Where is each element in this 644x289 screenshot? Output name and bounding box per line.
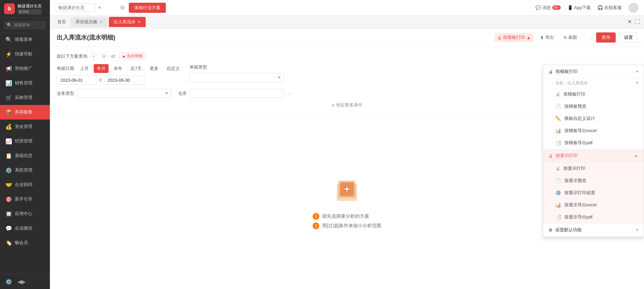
nav-icon-member: 🏷️ bbox=[5, 240, 11, 246]
warehouse-input[interactable] bbox=[189, 89, 284, 98]
sidebar-search-btn[interactable]: 🔍 搜索菜单 bbox=[4, 21, 46, 29]
date-range-end-input[interactable] bbox=[104, 76, 144, 85]
date-range-start-input[interactable] bbox=[57, 76, 97, 85]
template-print-header[interactable]: 🖨 按模板打印 ▾ bbox=[543, 65, 644, 78]
template-custom-icon: ✏️ bbox=[555, 116, 561, 121]
nav-icon-operation: 📈 bbox=[5, 138, 11, 144]
app-download-item[interactable]: 📱 App下载 bbox=[567, 5, 591, 11]
topbar-brand: ▾ bbox=[55, 3, 116, 12]
nav-icon-basic: 📋 bbox=[5, 153, 11, 159]
collapse-sidebar-icon[interactable]: ◀▶ bbox=[18, 279, 26, 285]
settings-icon[interactable]: ⚙️ bbox=[5, 279, 12, 285]
query-btn[interactable]: 查询 bbox=[596, 32, 616, 43]
tab-inout-flow[interactable]: 出入库流水 ✕ bbox=[109, 17, 146, 27]
sidebar-item-sales[interactable]: 📊销售管理 bbox=[0, 76, 50, 90]
filter-collapse-icon[interactable]: ≪ bbox=[110, 53, 116, 59]
tab-close-all-icon[interactable]: ✕ bbox=[627, 19, 632, 25]
display-excel-icon: 📊 bbox=[555, 202, 561, 208]
sidebar-item-marketing[interactable]: 📢营销推广 bbox=[0, 61, 50, 76]
sidebar-item-inventory[interactable]: 📦库存核算 bbox=[0, 105, 50, 120]
settings-btn[interactable]: 设置 bbox=[620, 32, 637, 43]
sidebar-item-search[interactable]: 🔍搜索菜单 bbox=[0, 32, 50, 47]
topbar-settings-icon[interactable]: ⚙ bbox=[120, 4, 125, 11]
display-print-header[interactable]: 🖨 按显示打印 ▲ bbox=[543, 149, 644, 162]
template-export-pdf-item[interactable]: 📑 按模板导出pdf bbox=[543, 137, 644, 149]
export-btn[interactable]: ⬆ 导出 bbox=[537, 33, 557, 42]
display-print-settings-item[interactable]: ⚙️ 按显示打印设置 bbox=[543, 187, 644, 199]
headset-icon: 🎧 bbox=[597, 5, 603, 10]
set-default-header[interactable]: ⚙ 设置默认功能 ▾ bbox=[543, 224, 644, 237]
tab-inventory-batch-close[interactable]: ✕ bbox=[99, 20, 103, 24]
date-range: 至 bbox=[57, 76, 144, 85]
date-this-month-btn[interactable]: 本月 bbox=[94, 64, 109, 73]
sidebar-item-system[interactable]: ⚙️系统管理 bbox=[0, 163, 50, 178]
display-preview-label: 按显示预览 bbox=[564, 178, 586, 184]
messages-item[interactable]: 💬 消息 99+ bbox=[535, 5, 561, 11]
business-type-select[interactable] bbox=[77, 89, 171, 98]
date-this-year-btn[interactable]: 本年 bbox=[111, 64, 125, 73]
set-default-label: 设置默认功能 bbox=[555, 227, 582, 233]
flow-detail-tag-icon: ● bbox=[122, 54, 125, 59]
set-default-section: ⚙ 设置默认功能 ▾ bbox=[543, 224, 644, 237]
display-print-label: 按显示打印 bbox=[563, 165, 585, 172]
user-avatar[interactable] bbox=[628, 3, 639, 13]
brand-input[interactable] bbox=[55, 3, 96, 12]
display-print-settings-label: 按显示打印设置 bbox=[564, 190, 595, 196]
date-custom-btn[interactable]: 自定义 bbox=[164, 64, 183, 73]
tab-home[interactable]: 首页 bbox=[54, 17, 69, 27]
nav-label-marketing: 营销推广 bbox=[15, 65, 32, 72]
edition-tag: 标准版 bbox=[18, 9, 42, 15]
display-export-excel-item[interactable]: 📊 按显示导出excel bbox=[543, 199, 644, 211]
nav-icon-purchase: 🛒 bbox=[5, 95, 11, 101]
sidebar-item-basic[interactable]: 📋基础信息 bbox=[0, 149, 50, 163]
sidebar-item-finance[interactable]: 💰资金管理 bbox=[0, 120, 50, 134]
date-last7days-btn[interactable]: 近7天 bbox=[127, 64, 145, 73]
nav-icon-system: ⚙️ bbox=[5, 167, 11, 174]
sidebar-item-operation[interactable]: 📈经营管理 bbox=[0, 134, 50, 149]
filter-add-btn[interactable]: ＋ bbox=[90, 53, 97, 60]
tab-inventory-batch-label: 库存批次账 bbox=[76, 19, 97, 25]
date-more-btn[interactable]: 更多 bbox=[147, 64, 162, 73]
nav-icon-marketing: 📢 bbox=[5, 65, 11, 72]
template-print-item[interactable]: 🖨 按模板打印 bbox=[543, 88, 644, 100]
sidebar-item-collab[interactable]: 🤝企业协同 bbox=[0, 178, 50, 192]
sidebar-item-guide[interactable]: 🎯新手引导 bbox=[0, 192, 50, 207]
more-icon[interactable]: ··· bbox=[588, 35, 592, 40]
sidebar-item-member[interactable]: 🏷️畅会员 bbox=[0, 236, 50, 250]
date-last-month-btn[interactable]: 上月 bbox=[77, 64, 92, 73]
trial-button[interactable]: 体验行业方案 bbox=[129, 3, 166, 13]
nav-icon-inventory: 📦 bbox=[5, 109, 11, 115]
tab-inventory-batch[interactable]: 库存批次账 ✕ bbox=[71, 17, 108, 27]
filter-settings-btn[interactable]: ⚙ bbox=[100, 53, 108, 60]
sidebar-item-appstore[interactable]: 🔲应用中心 bbox=[0, 207, 50, 221]
page-header: 出入库流水(流水明细) 🖨 按模板打印 ▲ ⬆ 导出 ↻ 刷新 ··· 查询 bbox=[50, 28, 644, 47]
doc-type-select[interactable] bbox=[189, 73, 284, 82]
sidebar-item-shortcut[interactable]: ⚡快捷导航 bbox=[0, 47, 50, 61]
empty-steps: 1 请先选择要分析的方案 2 用[过滤]条件来缩小分析范围 bbox=[313, 213, 381, 229]
doc-type-filter-field: 单据类型 bbox=[189, 64, 284, 82]
tab-maximize-icon[interactable]: ⛶ bbox=[635, 19, 640, 25]
display-print-section: 🖨 按显示打印 ▲ 🖨 按显示打印 📄 按显示预览 ⚙️ 按显示打印设置 bbox=[543, 149, 644, 224]
nav-label-shortcut: 快捷导航 bbox=[15, 51, 32, 57]
template-export-excel-item[interactable]: 📊 按模板导出excel bbox=[543, 125, 644, 137]
template-custom-item[interactable]: ✏️ 模板自定义设计 bbox=[543, 112, 644, 125]
online-service-item[interactable]: 🎧 在线客服 bbox=[597, 5, 622, 11]
warehouse-more-btn[interactable]: ··· bbox=[288, 91, 292, 96]
tab-inout-flow-close[interactable]: ✕ bbox=[138, 20, 141, 24]
date-quick-btns: 上月 本月 本年 近7天 更多 自定义 bbox=[77, 64, 183, 73]
print-template-btn[interactable]: 🖨 按模板打印 ▲ bbox=[495, 33, 533, 42]
sidebar-item-weixin[interactable]: 💬企业微信 bbox=[0, 221, 50, 236]
sidebar-item-purchase[interactable]: 🛒采购管理 bbox=[0, 90, 50, 105]
brand-dropdown-icon[interactable]: ▾ bbox=[98, 5, 101, 10]
page-title: 出入库流水(流水明细) bbox=[57, 33, 115, 42]
display-export-pdf-item[interactable]: 📑 按显示导出pdf bbox=[543, 211, 644, 223]
refresh-btn[interactable]: ↻ 刷新 bbox=[561, 33, 580, 42]
display-print-header-label: 按显示打印 bbox=[556, 153, 578, 159]
empty-step-2: 2 用[过滤]条件来缩小分析范围 bbox=[313, 222, 381, 229]
business-type-filter-field: 业务类型 bbox=[57, 89, 171, 98]
display-print-item[interactable]: 🖨 按显示打印 bbox=[543, 162, 644, 175]
sidebar-bottom: ⚙️ ◀▶ bbox=[0, 274, 50, 289]
template-pdf-icon: 📑 bbox=[555, 140, 561, 146]
display-preview-item[interactable]: 📄 按显示预览 bbox=[543, 175, 644, 187]
template-preview-item[interactable]: 📄 按模板预览 bbox=[543, 100, 644, 112]
